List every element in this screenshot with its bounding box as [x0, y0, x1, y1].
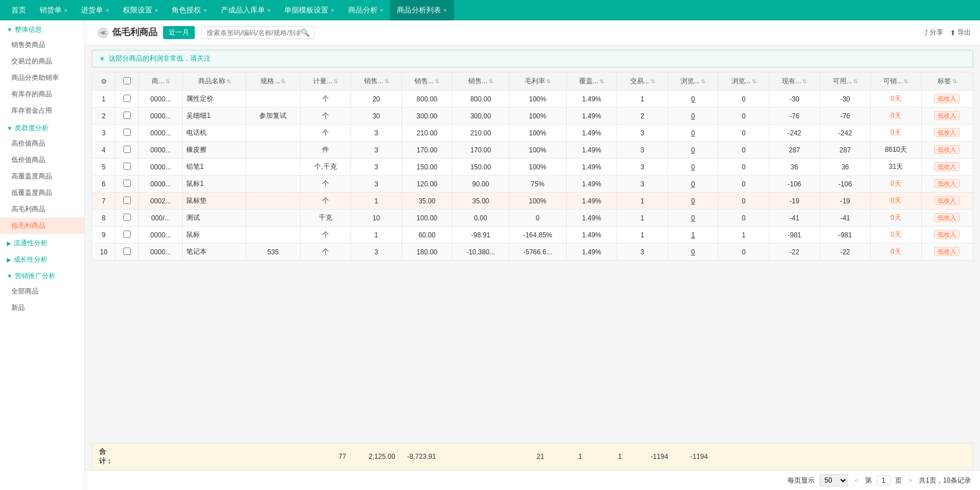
nav-product-analysis-close[interactable]: × [380, 7, 383, 14]
row-view2: 0 [718, 244, 769, 261]
nav-product-entry-close[interactable]: × [267, 7, 271, 14]
row-checkbox[interactable] [115, 227, 139, 244]
select-all-checkbox[interactable] [123, 77, 131, 84]
next-page-btn[interactable]: ＞ [906, 475, 914, 485]
row-view1[interactable]: 0 [667, 125, 718, 142]
th-settings[interactable]: ⚙ [92, 73, 115, 91]
sidebar-group-growth[interactable]: ▶ 成长性分析 [0, 250, 84, 267]
th-spec: 规格...⇅ [246, 73, 300, 91]
notice-text: 这部分商品的利润非常低，请关注 [109, 54, 211, 63]
row-name: 吴细细1 [183, 108, 246, 125]
row-checkbox[interactable] [115, 108, 139, 125]
row-checkbox[interactable] [115, 176, 139, 193]
sidebar-group-overall[interactable]: ▼ 整体信息 [0, 20, 84, 37]
share-icon: ⤴ [925, 29, 928, 37]
sidebar-item-low-coverage[interactable]: 低覆盖度商品 [0, 185, 84, 201]
row-code: 0000... [139, 159, 183, 176]
row-sales-profit: 35.00 [452, 193, 509, 210]
row-code: 0000... [139, 176, 183, 193]
row-trade-count: 3 [617, 244, 668, 261]
nav-purchase-order[interactable]: 进货单 × [74, 0, 115, 20]
sidebar-item-category-rate[interactable]: 商品分类助销率 [0, 70, 84, 86]
sidebar-item-high-coverage[interactable]: 高覆盖度商品 [0, 168, 84, 185]
row-view1[interactable]: 0 [667, 159, 718, 176]
row-sales-amt: 800.00 [401, 91, 452, 108]
row-checkbox[interactable] [115, 159, 139, 176]
sidebar-item-sales-goods[interactable]: 销售类商品 [0, 37, 84, 53]
prev-page-btn[interactable]: ＜ [853, 475, 861, 485]
row-unit: 个 [300, 193, 351, 210]
row-checkbox[interactable] [115, 91, 139, 108]
row-coverage: 1.49% [566, 227, 617, 244]
table-row: 8 000/... 测试 千克 10 100.00 0.00 0 1.49% 1… [92, 210, 973, 227]
table-row: 3 0000... 电话机 个 3 210.00 210.00 100% 1.4… [92, 125, 973, 142]
row-sellable: 0天 [871, 244, 922, 261]
row-checkbox[interactable] [115, 193, 139, 210]
nav-role-auth-close[interactable]: × [203, 7, 207, 14]
nav-template-setting[interactable]: 单据模板设置 × [277, 0, 341, 20]
row-view1[interactable]: 0 [667, 176, 718, 193]
share-button[interactable]: ⤴ 分享 [925, 28, 943, 37]
nav-role-auth[interactable]: 角色授权 × [165, 0, 213, 20]
sidebar-item-new-goods[interactable]: 新品 [0, 300, 84, 316]
row-name: 属性定价 [183, 91, 246, 108]
nav-sales-order[interactable]: 销货单 × [33, 0, 74, 20]
row-view1[interactable]: 1 [667, 227, 718, 244]
sidebar-item-high-value[interactable]: 高价值商品 [0, 135, 84, 152]
row-checkbox[interactable] [115, 244, 139, 261]
row-sales-amt: 100.00 [401, 210, 452, 227]
row-view1[interactable]: 0 [667, 91, 718, 108]
nav-permission-close[interactable]: × [155, 7, 158, 14]
search-input[interactable] [207, 29, 301, 37]
th-checkbox[interactable] [115, 73, 139, 91]
sidebar-item-low-margin[interactable]: 低毛利商品 [0, 218, 84, 234]
row-available: 287 [820, 142, 871, 159]
row-checkbox[interactable] [115, 210, 139, 227]
row-available: -242 [820, 125, 871, 142]
nav-sales-order-close[interactable]: × [64, 7, 67, 14]
nav-home[interactable]: 首页 [5, 0, 33, 20]
row-sales-qty: 3 [351, 244, 402, 261]
row-no: 5 [92, 159, 115, 176]
row-view1[interactable]: 0 [667, 244, 718, 261]
sidebar-group-cluster[interactable]: ▼ 类群度分析 [0, 119, 84, 135]
row-sales-profit: 150.00 [452, 159, 509, 176]
sidebar-item-all-goods[interactable]: 全部商品 [0, 283, 84, 300]
row-view1[interactable]: 0 [667, 193, 718, 210]
row-view1[interactable]: 0 [667, 210, 718, 227]
sidebar-item-traded-goods[interactable]: 交易过的商品 [0, 53, 84, 70]
main-content: ≪ 低毛利商品 近一月 🔍 ⤴ 分享 ⬆ 导出 ☀ 这部分商品的利润非常低， [85, 20, 980, 490]
row-sales-qty: 1 [351, 227, 402, 244]
nav-product-analysis[interactable]: 商品分析 × [341, 0, 390, 20]
per-page-select[interactable]: 50 20 100 [819, 474, 848, 487]
nav-product-entry[interactable]: 产成品入库单 × [214, 0, 277, 20]
row-checkbox[interactable] [115, 142, 139, 159]
row-current-stock: 287 [769, 142, 820, 159]
nav-purchase-order-close[interactable]: × [105, 7, 109, 14]
sidebar-item-low-value[interactable]: 低价值商品 [0, 152, 84, 168]
export-button[interactable]: ⬆ 导出 [950, 28, 971, 37]
row-name: 测试 [183, 210, 246, 227]
row-unit: 个 [300, 125, 351, 142]
row-sales-qty: 3 [351, 125, 402, 142]
sidebar-group-marketing[interactable]: ▼ 营销推广分析 [0, 267, 84, 283]
row-view1[interactable]: 0 [667, 142, 718, 159]
nav-template-setting-close[interactable]: × [331, 7, 334, 14]
nav-permission[interactable]: 权限设置 × [116, 0, 165, 20]
row-gross-margin: 75% [509, 176, 566, 193]
collapse-sidebar-btn[interactable]: ≪ [97, 27, 109, 39]
sidebar-item-high-margin[interactable]: 高毛利商品 [0, 201, 84, 218]
time-filter-button[interactable]: 近一月 [163, 26, 195, 39]
sidebar-item-stock-capital[interactable]: 库存资金占用 [0, 103, 84, 119]
nav-product-analysis-list[interactable]: 商品分析列表 × [390, 0, 453, 20]
row-sellable: 0天 [871, 176, 922, 193]
sidebar-item-stock-goods[interactable]: 有库存的商品 [0, 86, 84, 103]
nav-product-analysis-list-close[interactable]: × [443, 7, 447, 14]
row-checkbox[interactable] [115, 125, 139, 142]
row-name: 笔记本 [183, 244, 246, 261]
row-spec [246, 210, 300, 227]
row-view1[interactable]: 0 [667, 108, 718, 125]
row-sales-amt: 120.00 [401, 176, 452, 193]
sidebar-group-circulation[interactable]: ▶ 流通性分析 [0, 234, 84, 250]
row-spec [246, 193, 300, 210]
